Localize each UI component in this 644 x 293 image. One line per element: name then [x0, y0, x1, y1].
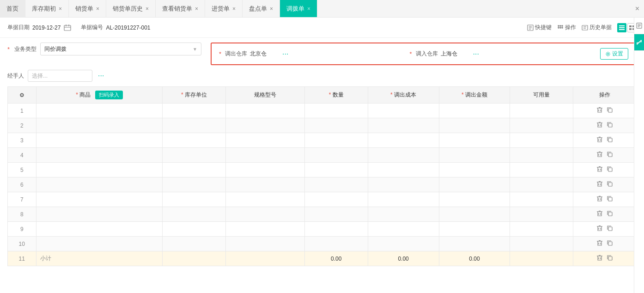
product-cell[interactable]	[36, 177, 163, 192]
svg-rect-34	[608, 123, 612, 127]
copy-icon[interactable]	[607, 240, 613, 248]
tab-inventory-init-close[interactable]: ×	[59, 6, 62, 12]
window-close-button[interactable]: ×	[631, 0, 644, 18]
amount-cell	[439, 148, 510, 163]
avail-cell	[510, 177, 573, 192]
in-warehouse-more-btn[interactable]: ···	[473, 50, 479, 58]
unit-cell	[163, 104, 226, 118]
table-row: 1	[8, 104, 637, 118]
product-cell[interactable]	[36, 237, 163, 251]
doc-no-group: 单据编号 AL-20191227-001	[81, 24, 150, 31]
tab-sales-history[interactable]: 销货单历史 ×	[106, 0, 156, 18]
copy-icon[interactable]	[607, 210, 613, 218]
tab-inventory-init[interactable]: 库存期初 ×	[25, 0, 69, 18]
in-warehouse-label: 调入仓库	[416, 50, 438, 58]
svg-rect-17	[619, 25, 625, 26]
history-button[interactable]: 历史单据	[582, 24, 612, 31]
delete-icon[interactable]	[596, 225, 603, 233]
product-cell[interactable]	[36, 118, 163, 133]
product-cell[interactable]	[36, 192, 163, 207]
person-row: 经手人 选择... ···	[0, 70, 644, 86]
shortcut-button[interactable]: 快捷键	[527, 24, 552, 31]
warehouse-section: * 调出仓库 北京仓 ··· * 调入仓库 上海仓 ··· 设置	[211, 43, 637, 65]
delete-icon[interactable]	[596, 255, 603, 262]
amount-cell	[439, 133, 510, 148]
cost-cell	[368, 163, 439, 177]
product-cell[interactable]	[36, 104, 163, 118]
delete-icon[interactable]	[596, 240, 603, 248]
tab-view-sales[interactable]: 查看销货单 ×	[156, 0, 205, 18]
op-label: 操作	[599, 92, 610, 98]
delete-icon[interactable]	[596, 122, 603, 129]
copy-icon[interactable]	[607, 195, 613, 203]
tab-transfer[interactable]: 调拨单 ×	[280, 0, 317, 18]
avail-cell	[510, 163, 573, 177]
table-row: 8	[8, 207, 637, 222]
copy-icon[interactable]	[607, 122, 613, 129]
out-warehouse-more-btn[interactable]: ···	[282, 50, 288, 58]
operation-button[interactable]: 操作	[557, 24, 576, 31]
delete-icon[interactable]	[596, 136, 603, 144]
cost-cell	[368, 222, 439, 237]
tab-bar: 首页 库存期初 × 销货单 × 销货单历史 × 查看销货单 × 进货单 × 盘点…	[0, 0, 644, 18]
scan-barcode-button[interactable]: 扫码录入	[95, 91, 123, 99]
copy-icon[interactable]	[607, 136, 613, 144]
unit-cell	[163, 177, 226, 192]
tab-view-sales-close[interactable]: ×	[195, 6, 198, 12]
tab-stocktake[interactable]: 盘点单 ×	[243, 0, 280, 18]
row-number: 6	[8, 177, 36, 192]
right-sidebar	[634, 18, 644, 266]
tab-purchase-order-close[interactable]: ×	[232, 6, 236, 12]
sidebar-expand-icon[interactable]	[634, 34, 644, 51]
list-view-btn[interactable]	[617, 23, 626, 32]
delete-icon[interactable]	[596, 151, 603, 159]
product-cell[interactable]	[36, 207, 163, 222]
tab-transfer-close[interactable]: ×	[307, 6, 310, 12]
svg-point-9	[560, 25, 561, 26]
sidebar-notes-icon[interactable]	[634, 18, 644, 34]
settings-button[interactable]: 设置	[600, 48, 628, 60]
cost-cell	[368, 177, 439, 192]
person-select[interactable]: 选择...	[28, 70, 92, 82]
tab-home[interactable]: 首页	[0, 0, 25, 18]
product-cell[interactable]	[36, 133, 163, 148]
person-more-btn[interactable]: ···	[98, 72, 104, 80]
copy-icon[interactable]	[607, 255, 613, 262]
doc-date-group: 单据日期 2019-12-27	[7, 24, 72, 32]
avail-cell	[510, 104, 573, 118]
tab-purchase-order[interactable]: 进货单 ×	[205, 0, 243, 18]
cost-column-header: * 调出成本	[368, 87, 439, 104]
tab-stocktake-close[interactable]: ×	[270, 6, 273, 12]
person-placeholder: 选择...	[32, 72, 48, 80]
product-cell[interactable]	[36, 163, 163, 177]
copy-icon[interactable]	[607, 107, 613, 115]
copy-icon[interactable]	[607, 151, 613, 159]
copy-icon[interactable]	[607, 166, 613, 174]
spec-cell	[225, 207, 304, 222]
gear-column-header[interactable]: ⚙	[8, 87, 36, 104]
product-cell[interactable]	[36, 222, 163, 237]
operation-label: 操作	[565, 24, 576, 31]
tab-sales-history-close[interactable]: ×	[146, 6, 149, 12]
qty-label: 数量	[333, 92, 344, 98]
tab-sales-order[interactable]: 销货单 ×	[69, 0, 106, 18]
delete-icon[interactable]	[596, 107, 603, 115]
row-number: 11	[8, 251, 36, 266]
action-icons	[577, 136, 632, 144]
product-cell[interactable]	[36, 148, 163, 163]
business-type-select[interactable]: 同价调拨 ▼	[40, 43, 201, 55]
delete-icon[interactable]	[596, 195, 603, 203]
tab-sales-order-close[interactable]: ×	[96, 6, 99, 12]
copy-icon[interactable]	[607, 181, 613, 189]
delete-icon[interactable]	[596, 210, 603, 218]
copy-icon[interactable]	[607, 225, 613, 233]
calendar-icon[interactable]	[63, 24, 72, 32]
doc-no-label: 单据编号	[81, 24, 103, 31]
svg-rect-44	[608, 153, 612, 157]
shortcut-label: 快捷键	[535, 24, 552, 31]
avail-cell	[510, 222, 573, 237]
svg-rect-0	[64, 25, 71, 31]
delete-icon[interactable]	[596, 166, 603, 174]
qty-column-header: * 数量	[304, 87, 368, 104]
delete-icon[interactable]	[596, 181, 603, 189]
